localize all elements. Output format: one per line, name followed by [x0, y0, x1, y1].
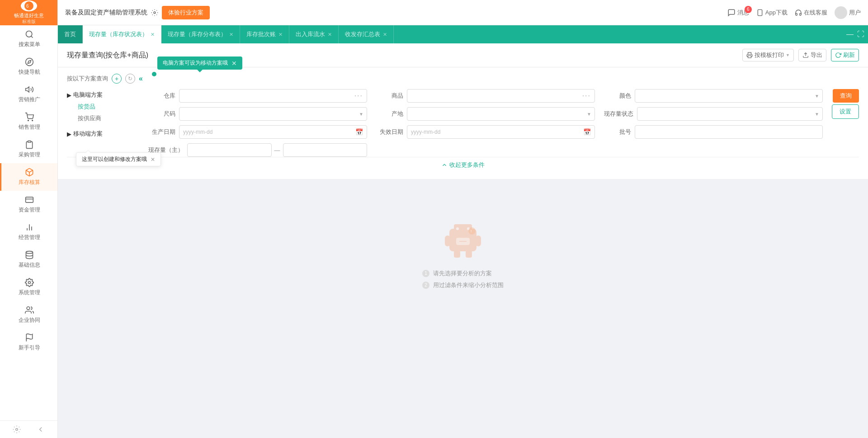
sidebar-item-sales[interactable]: 销售管理: [0, 108, 57, 136]
megaphone-icon: [25, 85, 34, 94]
sidebar-item-marketing[interactable]: 营销推广: [0, 80, 57, 108]
sidebar-item-basicinfo[interactable]: 基础信息: [0, 246, 57, 273]
svg-point-34: [468, 227, 476, 235]
tab-inventory-status[interactable]: 现存量（库存状况表） ✕: [83, 25, 161, 43]
tab-minimize-btn[interactable]: —: [846, 30, 854, 38]
tooltip-1-close[interactable]: ✕: [231, 60, 237, 67]
svg-point-19: [154, 12, 156, 14]
tab-close-icon[interactable]: ✕: [229, 32, 233, 38]
print-btn[interactable]: 按模板打印 ▼: [742, 49, 794, 61]
field-label-status: 现存量状态: [604, 110, 633, 118]
tab-label: 收发存汇总表: [345, 30, 380, 38]
filter-label: 按以下方案查询: [67, 75, 108, 83]
sidebar-item-collab[interactable]: 企业协同: [0, 301, 57, 329]
scheme-item-supplier[interactable]: 按供应商: [67, 113, 139, 124]
messages-btn[interactable]: 6 消息: [727, 9, 749, 17]
status-select[interactable]: [637, 107, 823, 121]
search-icon: [25, 30, 34, 39]
user-btn[interactable]: 用户: [835, 6, 861, 19]
tooltip-bubble-1: 电脑方案可设为移动方案哦 ✕: [157, 57, 242, 70]
filter-actions: 查询 设置: [832, 89, 859, 157]
sidebar-footer: [0, 420, 57, 438]
refresh-icon: [835, 52, 841, 58]
scheme-group-mobile[interactable]: ▶ 移动端方案: [67, 128, 139, 140]
filter-refresh-btn[interactable]: ↻: [125, 74, 135, 84]
tab-close-icon[interactable]: ✕: [328, 32, 332, 38]
sidebar-item-management[interactable]: 经营管理: [0, 218, 57, 246]
stock-min-input[interactable]: [187, 143, 272, 157]
service-label: 在线客服: [804, 9, 827, 17]
color-select[interactable]: [635, 89, 823, 103]
svg-rect-10: [26, 197, 33, 203]
scheme-group-label: 移动端方案: [73, 130, 103, 138]
tab-close-icon[interactable]: ✕: [278, 32, 283, 38]
size-select[interactable]: [179, 107, 367, 121]
reset-btn[interactable]: 设置: [832, 104, 859, 119]
sidebar-item-label: 库存核算: [19, 179, 40, 186]
collapse-row[interactable]: 收起更多条件: [67, 157, 859, 173]
header-gear-icon[interactable]: [151, 9, 158, 16]
produce-date-placeholder: yyyy-mm-dd: [183, 129, 212, 135]
query-btn[interactable]: 查询: [833, 89, 859, 103]
origin-select[interactable]: [407, 107, 595, 121]
export-label: 导出: [811, 51, 822, 59]
clipboard-icon: [25, 140, 34, 149]
sidebar-item-system[interactable]: 系统管理: [0, 273, 57, 301]
tab-flow[interactable]: 出入库流水 ✕: [289, 25, 339, 43]
logo: 6 畅通道好生意 标准版: [0, 0, 57, 25]
svg-point-18: [16, 429, 18, 431]
sidebar-item-label: 采购管理: [19, 151, 40, 159]
tab-close-icon[interactable]: ✕: [151, 32, 155, 38]
sidebar-item-finance[interactable]: 资金管理: [0, 191, 57, 218]
refresh-label: 刷新: [843, 51, 855, 59]
tab-label: 库存批次账: [246, 30, 276, 38]
svg-line-3: [31, 36, 33, 38]
tab-home[interactable]: 首页: [58, 25, 83, 43]
sidebar-item-search[interactable]: 搜索菜单: [0, 25, 57, 53]
refresh-btn[interactable]: 刷新: [831, 49, 859, 61]
expire-date-input[interactable]: yyyy-mm-dd 📅: [407, 125, 595, 139]
tab-close-icon[interactable]: ✕: [383, 32, 387, 38]
sidebar-item-label: 搜索菜单: [19, 41, 40, 48]
app-label: App下载: [765, 9, 788, 17]
collapse-icon[interactable]: [37, 425, 45, 433]
user-label: 用户: [849, 9, 861, 17]
range-separator: —: [274, 147, 280, 154]
sidebar-item-label: 新手引导: [19, 344, 40, 352]
sidebar-item-quicknav[interactable]: 快捷导航: [0, 53, 57, 80]
produce-date-input[interactable]: yyyy-mm-dd 📅: [179, 125, 367, 139]
industry-btn[interactable]: 体验行业方案: [162, 6, 210, 19]
filter-row-status: 现存量状态 ▼: [604, 107, 823, 121]
filter-area: 按以下方案查询 + ↻ « 电脑方案可设为移动方案哦 ✕: [58, 67, 868, 179]
sidebar-item-inventory[interactable]: 库存核算: [0, 163, 57, 191]
empty-step-2: 2 用过滤条件来缩小分析范围: [422, 279, 504, 291]
export-icon: [802, 52, 809, 58]
filter-dot: [152, 72, 156, 76]
tab-label: 出入库流水: [296, 30, 325, 38]
svg-point-6: [28, 120, 29, 121]
scheme-group-desktop[interactable]: ▶ 电脑端方案: [67, 89, 139, 101]
scheme-item-goods[interactable]: 按货品: [67, 101, 139, 113]
svg-point-7: [32, 120, 33, 121]
sidebar-item-purchasing[interactable]: 采购管理: [0, 136, 57, 163]
tab-batch-account[interactable]: 库存批次账 ✕: [240, 25, 289, 43]
tab-summary[interactable]: 收发存汇总表 ✕: [339, 25, 394, 43]
sidebar-item-label: 基础信息: [19, 261, 40, 269]
export-btn[interactable]: 导出: [798, 49, 826, 61]
filter-add-btn[interactable]: +: [112, 74, 122, 84]
app-download-btn[interactable]: App下载: [756, 9, 788, 17]
sidebar-item-tutorial[interactable]: 新手引导: [0, 329, 57, 356]
online-service-btn[interactable]: 在线客服: [795, 9, 827, 17]
filter-arrow-btn[interactable]: «: [139, 75, 143, 83]
settings-icon[interactable]: [13, 425, 21, 433]
tooltip-wrap-2: 这里可以创建和修改方案哦 ✕: [76, 152, 161, 166]
sidebar-item-label: 企业协同: [19, 316, 40, 324]
goods-field[interactable]: ···: [407, 89, 595, 103]
tab-inventory-distribution[interactable]: 现存量（库存分布表） ✕: [161, 25, 240, 43]
warehouse-field[interactable]: ···: [179, 89, 367, 103]
chart-icon: [25, 223, 34, 232]
batch-input[interactable]: [635, 125, 823, 139]
tab-fullscreen-btn[interactable]: ⛶: [857, 30, 864, 38]
stock-max-input[interactable]: [283, 143, 368, 157]
tooltip-2-close[interactable]: ✕: [151, 156, 155, 163]
